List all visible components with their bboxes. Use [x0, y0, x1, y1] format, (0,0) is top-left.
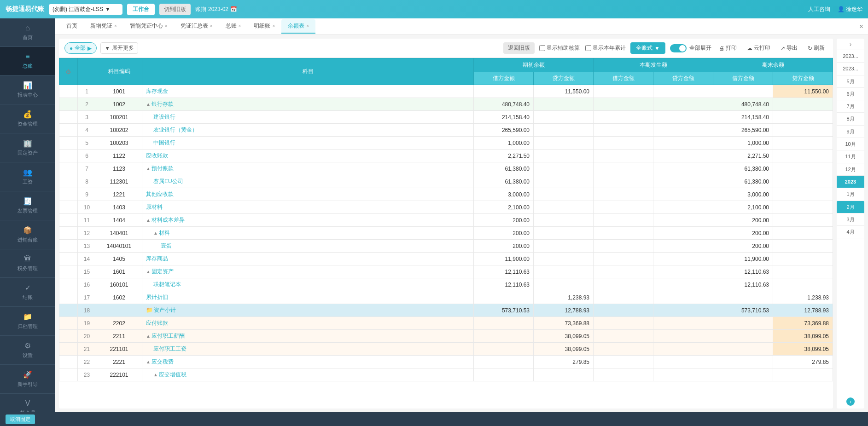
- row-name[interactable]: 应付职工工资: [142, 343, 474, 356]
- timeline-current-year[interactable]: 2023: [837, 176, 864, 188]
- workbench-button[interactable]: 工作台: [127, 4, 155, 15]
- row-no: 21: [78, 343, 96, 356]
- return-old-button[interactable]: 退回旧版: [503, 42, 535, 54]
- sidebar-item-home[interactable]: ⌂ 首页: [0, 18, 55, 47]
- amount-cell: 1,000.00: [474, 137, 534, 150]
- cloud-print-button[interactable]: ☁ 云打印: [744, 43, 773, 53]
- tab-smart-center-close[interactable]: ×: [165, 23, 168, 29]
- calendar-icon[interactable]: 📅: [230, 6, 237, 12]
- row-name[interactable]: 库存现金: [142, 85, 474, 98]
- row-name[interactable]: 赛属EU公司: [142, 175, 474, 188]
- close-all-tabs[interactable]: ×: [859, 23, 863, 31]
- expand-all-toggle[interactable]: 全部展开: [670, 44, 711, 52]
- filter-all-button[interactable]: ● 全部 ▶: [64, 42, 97, 54]
- row-name[interactable]: 其他应收款: [142, 188, 474, 201]
- tab-detail-close[interactable]: ×: [272, 23, 275, 29]
- sidebar-item-purchase[interactable]: 📦 进销台账: [0, 220, 55, 249]
- show-year-total-checkbox[interactable]: 显示本年累计: [585, 44, 626, 52]
- tab-new-voucher-close[interactable]: ×: [114, 23, 117, 29]
- tab-voucher-summary-close[interactable]: ×: [210, 23, 213, 29]
- timeline-month-9[interactable]: 9月: [837, 126, 864, 138]
- tab-home[interactable]: 首页: [60, 19, 84, 34]
- expand-more-button[interactable]: ▼ 展开更多: [100, 42, 138, 54]
- timeline-month-6[interactable]: 6月: [837, 88, 864, 100]
- row-name[interactable]: ▲材料成本差异: [142, 214, 474, 227]
- timeline-month-5[interactable]: 5月: [837, 75, 864, 88]
- row-name[interactable]: ▲预付账款: [142, 162, 474, 175]
- sidebar-item-report[interactable]: 📊 报表中心: [0, 75, 55, 104]
- tab-ledger[interactable]: 总账 ×: [219, 19, 248, 34]
- timeline-month-11[interactable]: 11月: [837, 150, 864, 163]
- sidebar-item-salary[interactable]: 👥 工资: [0, 162, 55, 191]
- company-selector[interactable]: (勿删) 江西鼓金-LSS ▼: [49, 4, 122, 15]
- gear-icon[interactable]: ⚙: [65, 68, 71, 75]
- eb-debit-header: 借方金额: [713, 72, 773, 85]
- sidebar-item-settings[interactable]: ⚙ 设置: [0, 336, 55, 365]
- timeline-month-3[interactable]: 3月: [837, 213, 864, 226]
- amount-cell: [594, 330, 653, 343]
- table-row: 23222101▲应交增值税: [59, 368, 833, 381]
- row-name[interactable]: ▲应付职工薪酬: [142, 330, 474, 343]
- refresh-button[interactable]: ↻ 刷新: [805, 43, 827, 53]
- row-name[interactable]: 原材料: [142, 201, 474, 214]
- row-name[interactable]: ▲材料: [142, 227, 474, 240]
- row-name[interactable]: ▲固定资产: [142, 265, 474, 278]
- tab-smart-center[interactable]: 智能凭证中心 ×: [123, 19, 174, 34]
- sidebar-item-settle[interactable]: ✓ 结账: [0, 278, 55, 307]
- unpin-bottom-button[interactable]: 取消固定: [6, 414, 35, 424]
- timeline-2023-alt[interactable]: 2023...: [837, 63, 864, 75]
- timeline-month-8[interactable]: 8月: [837, 113, 864, 125]
- amount-cell: [653, 343, 713, 356]
- sidebar-item-vip[interactable]: V 畅会员: [0, 394, 55, 412]
- sidebar-item-tax[interactable]: 🏛 税务管理: [0, 249, 55, 278]
- switch-version-button[interactable]: 切到旧版: [159, 4, 191, 15]
- year-total-check[interactable]: [585, 45, 591, 51]
- row-name[interactable]: 农业银行（黄金）: [142, 124, 474, 137]
- toggle-switch[interactable]: [670, 44, 687, 52]
- row-name[interactable]: 壹蛋: [142, 240, 474, 253]
- filter-icon: ●: [70, 45, 73, 52]
- amount-cell: [773, 137, 833, 150]
- row-name[interactable]: 建设银行: [142, 111, 474, 124]
- export-button[interactable]: ↗ 导出: [778, 43, 800, 53]
- tab-new-voucher[interactable]: 新增凭证 ×: [84, 19, 123, 34]
- tab-detail[interactable]: 明细账 ×: [247, 19, 281, 34]
- tab-voucher-summary[interactable]: 凭证汇总表 ×: [174, 19, 219, 34]
- sidebar-item-asset[interactable]: 💰 资金管理: [0, 104, 55, 133]
- timeline-month-10[interactable]: 10月: [837, 138, 864, 150]
- row-name[interactable]: 应付账款: [142, 317, 474, 330]
- auxiliary-check[interactable]: [539, 45, 545, 51]
- sidebar-item-fixed[interactable]: 🏢 固定资产: [0, 133, 55, 162]
- consult-button[interactable]: 人工咨询: [808, 6, 830, 13]
- sidebar-item-ledger[interactable]: ≡ 总账: [0, 47, 55, 75]
- timeline-circle-btn[interactable]: ›: [846, 397, 855, 406]
- top-bar: 畅捷通易代账 (勿删) 江西鼓金-LSS ▼ 工作台 切到旧版 账期 2023-…: [0, 0, 868, 18]
- row-name[interactable]: 累计折旧: [142, 291, 474, 304]
- timeline-month-1[interactable]: 1月: [837, 188, 864, 201]
- tab-balance[interactable]: 余额表 ×: [281, 19, 315, 34]
- row-name[interactable]: ▲银行存款: [142, 98, 474, 111]
- timeline-expand[interactable]: ›: [837, 39, 864, 50]
- sidebar-item-guide[interactable]: 🚀 新手引导: [0, 365, 55, 394]
- timeline-2023-prev[interactable]: 2023...: [837, 50, 864, 63]
- row-name[interactable]: 联想笔记本: [142, 278, 474, 291]
- timeline-month-12[interactable]: 12月: [837, 163, 864, 176]
- show-auxiliary-checkbox[interactable]: 显示辅助核算: [539, 44, 580, 52]
- timeline-month-2-active[interactable]: 2月: [837, 201, 864, 213]
- row-name[interactable]: 📁资产小计: [142, 304, 474, 317]
- sidebar-item-invoice[interactable]: 🧾 发票管理: [0, 191, 55, 220]
- timeline-month-7[interactable]: 7月: [837, 100, 864, 113]
- table-body: 11001库存现金11,550.0011,550.0021002▲银行存款480…: [59, 85, 833, 381]
- row-name[interactable]: 应收账款: [142, 150, 474, 162]
- sidebar-item-archive[interactable]: 📁 归档管理: [0, 307, 55, 336]
- tab-balance-close[interactable]: ×: [306, 23, 309, 29]
- row-name[interactable]: 中国银行: [142, 137, 474, 150]
- amount-cell: [594, 150, 653, 162]
- full-mode-button[interactable]: 全账式 ▼: [630, 42, 665, 54]
- tab-ledger-close[interactable]: ×: [239, 23, 241, 29]
- row-name[interactable]: ▲应交税费: [142, 356, 474, 368]
- row-name[interactable]: ▲应交增值税: [142, 368, 474, 381]
- print-button[interactable]: 🖨 打印: [716, 43, 740, 53]
- timeline-month-4[interactable]: 4月: [837, 226, 864, 238]
- row-name[interactable]: 库存商品: [142, 253, 474, 265]
